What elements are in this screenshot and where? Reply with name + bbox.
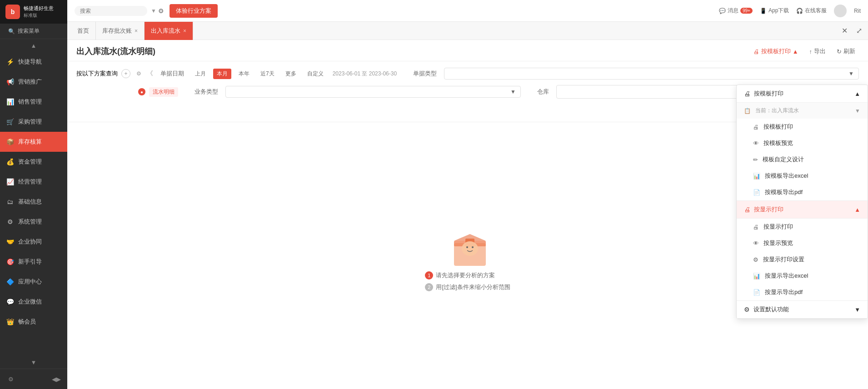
tab-flow-label: 出入库流水 — [151, 27, 180, 35]
flow-tag-icon: ● — [138, 88, 145, 95]
app-download-icon: 📱 — [760, 8, 767, 14]
page-title: 出入库流水(流水明细) — [76, 46, 155, 57]
template-custom-label: 模板自定义设计 — [763, 155, 804, 164]
date-btn-custom[interactable]: 自定义 — [304, 69, 327, 79]
default-func-icon: ⚙ — [744, 306, 750, 313]
sidebar-item-finance[interactable]: 💰 资金管理 — [0, 152, 67, 172]
date-btn-this-month[interactable]: 本月 — [213, 69, 231, 79]
app-name: 畅捷通好生意 — [24, 5, 54, 12]
sidebar-item-marketing[interactable]: 📢 营销推广 — [0, 72, 67, 92]
sidebar-item-collab[interactable]: 🤝 企业协同 — [0, 232, 67, 252]
tab-home-label: 首页 — [77, 27, 89, 35]
app-download-btn[interactable]: 📱 App下载 — [760, 7, 789, 15]
dropdown-display-collapse-icon: ▲ — [854, 206, 860, 213]
sidebar-scroll-up[interactable]: ▲ — [0, 39, 67, 52]
export-btn[interactable]: ↑ 导出 — [806, 45, 830, 57]
sidebar-item-app-center[interactable]: 🔷 应用中心 — [0, 272, 67, 292]
date-btn-this-year[interactable]: 本年 — [235, 69, 253, 79]
topbar-dropdown-icon[interactable]: ▼ — [151, 8, 156, 14]
sidebar-label-app-center: 应用中心 — [18, 278, 42, 286]
sidebar-item-operation[interactable]: 📈 经营管理 — [0, 172, 67, 192]
online-service-icon: 🎧 — [796, 8, 803, 14]
dropdown-display-export-pdf[interactable]: 📄 按显示导出pdf — [737, 284, 868, 300]
system-icon: ⚙ — [5, 217, 15, 226]
settings-icon[interactable]: ⚙ — [5, 374, 16, 384]
svg-point-3 — [462, 241, 478, 256]
print-icon: 🖨 — [753, 48, 759, 55]
sidebar-item-basic[interactable]: 🗂 基础信息 — [0, 192, 67, 212]
sidebar-item-inventory[interactable]: 📦 库存核算 — [0, 132, 67, 152]
sidebar-label-inventory: 库存核算 — [18, 138, 42, 146]
date-label: 单据日期 — [160, 70, 184, 78]
dropdown-display-print[interactable]: 🖨 按显示打印 — [737, 219, 868, 235]
svg-point-5 — [472, 246, 474, 248]
default-func-label: 设置默认功能 — [753, 305, 789, 314]
close-window-btn[interactable]: ✕ — [839, 25, 850, 36]
message-btn[interactable]: 💬 消息 99+ — [719, 7, 753, 15]
bill-type-select[interactable]: ▼ — [444, 68, 859, 80]
bill-type-dropdown-icon: ▼ — [848, 70, 854, 77]
message-label: 消息 — [728, 7, 738, 15]
topbar-gear-icon[interactable]: ⚙ — [158, 7, 164, 15]
tab-flow[interactable]: 出入库流水 × — [145, 22, 193, 40]
display-excel-label: 按显示导出excel — [765, 272, 808, 280]
sidebar-label-quick-nav: 快捷导航 — [18, 58, 42, 66]
trial-btn[interactable]: 体验行业方案 — [170, 4, 218, 18]
filter-collapse-left-btn[interactable]: 《 — [147, 70, 153, 78]
tab-batch[interactable]: 库存批次账 × — [96, 22, 145, 40]
user-avatar[interactable] — [834, 5, 847, 17]
expand-window-btn[interactable]: ⤢ — [853, 25, 864, 36]
export-icon: ↑ — [809, 48, 813, 55]
refresh-btn[interactable]: ↻ 刷新 — [833, 45, 859, 57]
date-btn-last-month[interactable]: 上月 — [191, 69, 210, 79]
dropdown-template-preview[interactable]: 👁 按模板预览 — [737, 135, 868, 151]
dropdown-template-export-pdf[interactable]: 📄 按模板导出pdf — [737, 184, 868, 200]
business-type-select[interactable]: ▼ — [225, 86, 521, 98]
tab-flow-close[interactable]: × — [183, 28, 186, 34]
date-btn-more[interactable]: 更多 — [282, 69, 300, 79]
display-print-icon: 🖨 — [744, 206, 750, 213]
sidebar-item-sales[interactable]: 📊 销售管理 — [0, 92, 67, 112]
bill-type-label: 单据类型 — [413, 70, 437, 78]
dropdown-template-custom[interactable]: ✏ 模板自定义设计 — [737, 151, 868, 168]
quick-nav-icon: ⚡ — [5, 57, 15, 66]
filter-section-label-group: 按以下方案查询 + ⚙ 《 — [76, 69, 153, 78]
dropdown-display-print-settings[interactable]: ⚙ 按显示打印设置 — [737, 251, 868, 268]
sidebar-label-collab: 企业协同 — [18, 238, 42, 246]
filter-gear-btn[interactable]: ⚙ — [134, 69, 143, 78]
finance-icon: 💰 — [5, 157, 15, 166]
sidebar-item-purchase[interactable]: 🛒 采购管理 — [0, 112, 67, 132]
tab-batch-close[interactable]: × — [135, 28, 138, 34]
sidebar-scroll-down[interactable]: ▼ — [0, 356, 67, 369]
page-header-actions: 🖨 按模板打印 ▲ ↑ 导出 ↻ 刷新 — [750, 45, 859, 57]
sidebar-item-wechat[interactable]: 💬 企业微信 — [0, 292, 67, 312]
dropdown-display-header[interactable]: 🖨 按显示打印 ▲ — [737, 201, 868, 219]
sidebar-label-system: 系统管理 — [18, 218, 42, 226]
sidebar-search[interactable]: 🔍 搜索菜单 — [0, 24, 67, 39]
template-print-label: 按模板打印 — [763, 123, 793, 131]
sidebar-item-quick-nav[interactable]: ⚡ 快捷导航 — [0, 52, 67, 72]
print-template-btn[interactable]: 🖨 按模板打印 ▲ — [750, 45, 802, 57]
dropdown-display-preview[interactable]: 👁 按显示预览 — [737, 235, 868, 251]
app-logo: b 畅捷通好生意 标准版 — [0, 0, 67, 24]
dropdown-default-func[interactable]: ⚙ 设置默认功能 ▼ — [737, 301, 868, 319]
sidebar-item-beginner[interactable]: 🎯 新手引导 — [0, 252, 67, 272]
filter-add-btn[interactable]: + — [121, 69, 130, 78]
date-btn-7days[interactable]: 近7天 — [257, 69, 278, 79]
topbar-search-input[interactable] — [80, 8, 142, 14]
tab-home[interactable]: 首页 — [71, 22, 96, 40]
member-icon: 👑 — [5, 317, 15, 326]
date-filter: 上月 本月 本年 近7天 更多 自定义 2023-06-01 至 2023-06… — [191, 69, 397, 79]
business-type-dropdown-icon: ▼ — [510, 89, 516, 95]
topbar-search-box[interactable] — [75, 6, 147, 16]
marketing-icon: 📢 — [5, 77, 15, 86]
sidebar-item-member[interactable]: 👑 畅会员 — [0, 312, 67, 332]
dropdown-template-export-excel[interactable]: 📊 按模板导出excel — [737, 168, 868, 184]
dropdown-template-print[interactable]: 🖨 按模板打印 — [737, 119, 868, 135]
flow-detail-tag[interactable]: 流水明细 — [149, 87, 178, 97]
sidebar-item-system[interactable]: ⚙ 系统管理 — [0, 212, 67, 232]
dropdown-display-export-excel[interactable]: 📊 按显示导出excel — [737, 268, 868, 284]
online-service-btn[interactable]: 🎧 在线客服 — [796, 7, 827, 15]
collapse-sidebar-icon[interactable]: ◀▶ — [51, 374, 62, 384]
dropdown-header[interactable]: 🖨 按模板打印 ▲ — [737, 85, 868, 103]
